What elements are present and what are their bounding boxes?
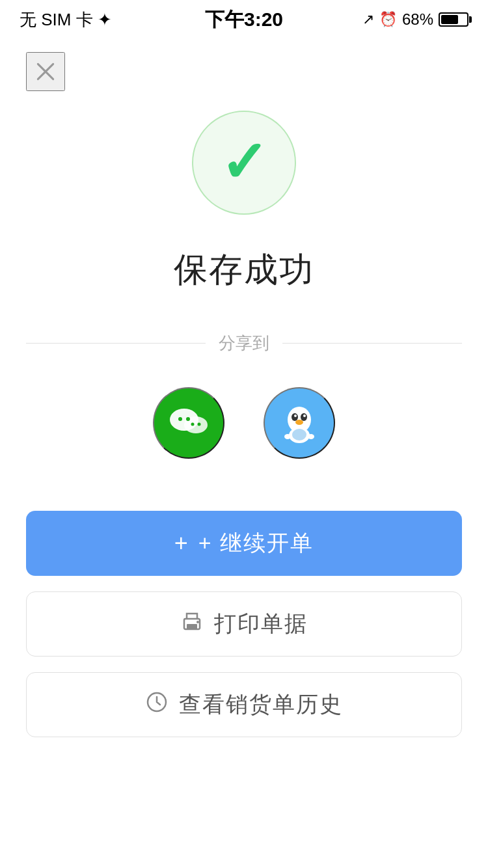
wechat-icon xyxy=(166,400,211,446)
svg-point-3 xyxy=(186,417,190,421)
share-icons-container xyxy=(153,387,335,459)
print-button[interactable]: 打印单据 xyxy=(26,591,462,657)
status-left: 无 SIM 卡 ✦ xyxy=(20,8,112,31)
qq-share-button[interactable] xyxy=(264,387,335,459)
status-bar: 无 SIM 卡 ✦ 下午3:20 ↗ ⏰ 68% xyxy=(0,0,488,39)
status-right: ↗ ⏰ 68% xyxy=(362,10,468,29)
main-content: ✓ 保存成功 分享到 xyxy=(0,39,488,868)
plus-icon: + xyxy=(174,530,188,557)
svg-point-4 xyxy=(191,423,195,426)
share-label: 分享到 xyxy=(219,332,269,355)
battery-icon xyxy=(439,12,468,27)
qq-icon xyxy=(277,400,322,446)
close-icon xyxy=(34,60,57,83)
clock-icon xyxy=(145,690,169,719)
history-label: 查看销货单历史 xyxy=(179,690,343,720)
printer-icon xyxy=(180,610,204,638)
svg-point-14 xyxy=(284,434,291,439)
divider-right xyxy=(282,343,462,344)
close-button[interactable] xyxy=(26,52,65,91)
continue-button[interactable]: + + 继续开单 xyxy=(26,511,462,576)
continue-label: + 继续开单 xyxy=(198,528,314,558)
battery-percent: 68% xyxy=(402,10,433,29)
svg-point-10 xyxy=(303,414,306,417)
svg-point-9 xyxy=(294,414,297,417)
location-icon: ↗ xyxy=(362,11,374,28)
svg-point-15 xyxy=(308,434,314,439)
action-buttons: + + 继续开单 打印单据 查看销货单历史 xyxy=(26,511,462,737)
svg-point-7 xyxy=(291,413,298,421)
svg-point-2 xyxy=(178,417,182,421)
svg-point-5 xyxy=(198,423,201,426)
success-title: 保存成功 xyxy=(174,247,314,293)
svg-point-18 xyxy=(197,621,199,623)
alarm-icon: ⏰ xyxy=(379,11,397,28)
svg-point-11 xyxy=(295,420,303,425)
share-divider: 分享到 xyxy=(26,332,462,355)
checkmark-icon: ✓ xyxy=(220,134,268,191)
svg-rect-17 xyxy=(187,624,197,629)
sim-status: 无 SIM 卡 ✦ xyxy=(20,8,112,31)
status-time: 下午3:20 xyxy=(205,7,283,33)
wechat-share-button[interactable] xyxy=(153,387,224,459)
svg-point-8 xyxy=(301,413,307,421)
svg-point-13 xyxy=(292,429,306,441)
divider-left xyxy=(26,343,206,344)
history-button[interactable]: 查看销货单历史 xyxy=(26,672,462,737)
success-circle: ✓ xyxy=(192,111,296,215)
print-label: 打印单据 xyxy=(214,609,308,639)
